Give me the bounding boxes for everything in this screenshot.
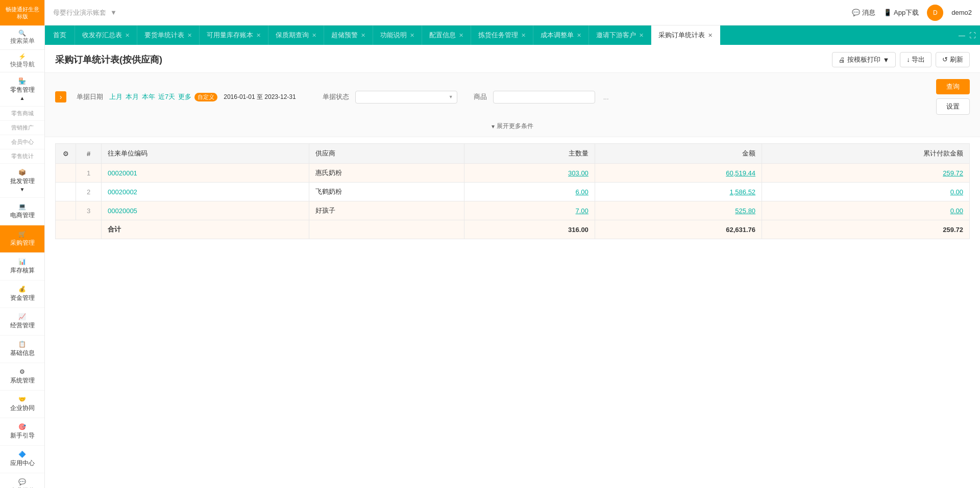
row-amount[interactable]: 1,586.52 xyxy=(595,183,762,201)
tab-item-11[interactable]: 采购订单统计表 ✕ xyxy=(651,25,720,45)
close-icon[interactable]: ✕ xyxy=(256,32,261,39)
sidebar-item-retail-shop[interactable]: 零售商城 xyxy=(0,107,44,121)
sidebar-item-collab[interactable]: 🤝 企业协同 xyxy=(0,391,44,418)
sidebar-item-label: 基础信息 xyxy=(10,349,35,357)
row-settings xyxy=(56,183,76,201)
close-icon[interactable]: ✕ xyxy=(577,32,581,39)
print-dropdown-icon[interactable]: ▼ xyxy=(883,56,889,64)
sidebar-item-quick-nav[interactable]: ⚡ 快捷导航 xyxy=(0,50,44,72)
sidebar-item-system[interactable]: ⚙ 系统管理 xyxy=(0,363,44,391)
filter-toggle-button[interactable]: › xyxy=(55,91,66,102)
shortcut-7days[interactable]: 近7天 xyxy=(158,92,175,101)
footer-label: 合计 xyxy=(102,220,309,239)
shortcut-last-month[interactable]: 上月 xyxy=(109,92,122,101)
sidebar-item-purchase-mgmt[interactable]: 🛒 采购管理 xyxy=(0,225,44,253)
sidebar-item-finance[interactable]: 💰 资金管理 xyxy=(0,280,44,308)
row-amount[interactable]: 525.80 xyxy=(595,201,762,220)
settings-button[interactable]: 设置 xyxy=(936,98,970,115)
row-code[interactable]: 00020001 xyxy=(102,164,309,183)
close-icon[interactable]: ✕ xyxy=(708,32,713,39)
collab-icon: 🤝 xyxy=(18,396,26,403)
sidebar-item-wholesale[interactable]: 📦 批发管理 ▼ xyxy=(0,164,44,198)
query-button[interactable]: 查询 xyxy=(936,79,970,94)
sidebar-item-ecommerce[interactable]: 💻 电商管理 xyxy=(0,198,44,225)
close-icon[interactable]: ✕ xyxy=(639,32,644,39)
tab-item-4[interactable]: 保质期查询 ✕ xyxy=(268,25,324,45)
tab-label: 功能说明 xyxy=(380,31,407,40)
table-row[interactable]: 3 00020005 好孩子 7.00 525.80 0.00 xyxy=(56,201,970,220)
row-quantity[interactable]: 6.00 xyxy=(464,183,595,201)
sidebar-item-label: 经营管理 xyxy=(10,321,35,330)
sidebar-item-label: 新手引导 xyxy=(10,431,35,440)
sidebar-item-newbie[interactable]: 🎯 新手引导 xyxy=(0,418,44,446)
refresh-button[interactable]: ↺ 刷新 xyxy=(936,52,970,67)
close-icon[interactable]: ✕ xyxy=(312,32,316,39)
sidebar-item-wechat[interactable]: 💬 企业微信 xyxy=(0,473,44,488)
export-button[interactable]: ↓ 导出 xyxy=(900,52,932,67)
tab-item-10[interactable]: 邀请下游客户 ✕ xyxy=(589,25,651,45)
settings-icon[interactable]: ⚙ xyxy=(63,150,69,158)
dropdown-arrow-icon[interactable]: ▼ xyxy=(110,9,117,16)
page-content: 采购订单统计表(按供应商) 🖨 按模板打印 ▼ ↓ 导出 ↺ 刷新 xyxy=(45,45,980,488)
tab-item-3[interactable]: 可用量库存账本 ✕ xyxy=(200,25,268,45)
sidebar-item-retail-stats[interactable]: 零售统计 xyxy=(0,149,44,164)
row-settings xyxy=(56,201,76,220)
close-icon[interactable]: ✕ xyxy=(187,32,192,39)
goods-input[interactable] xyxy=(493,91,595,104)
date-range-display[interactable]: 2016-01-01 至 2023-12-31 xyxy=(224,93,296,101)
maximize-icon[interactable]: ⛶ xyxy=(969,32,976,39)
row-quantity[interactable]: 303.00 xyxy=(464,164,595,183)
sidebar-item-label: 会员中心 xyxy=(11,138,34,146)
row-paid[interactable]: 259.72 xyxy=(762,164,970,183)
close-icon[interactable]: ✕ xyxy=(410,32,414,39)
minimize-icon[interactable]: — xyxy=(959,32,965,39)
message-btn[interactable]: 💬 消息 xyxy=(852,8,875,17)
row-supplier: 好孩子 xyxy=(309,201,464,220)
sidebar-item-inventory[interactable]: 📊 库存核算 xyxy=(0,253,44,280)
close-icon[interactable]: ✕ xyxy=(521,32,526,39)
tab-item-8[interactable]: 拣货任务管理 ✕ xyxy=(471,25,533,45)
row-quantity[interactable]: 7.00 xyxy=(464,201,595,220)
avatar[interactable]: D xyxy=(927,5,943,21)
dropdown-label[interactable]: 母婴行业演示账套 xyxy=(53,8,106,17)
row-amount[interactable]: 60,519.44 xyxy=(595,164,762,183)
tab-item-1[interactable]: 收发存汇总表 ✕ xyxy=(75,25,137,45)
retail-icon: 🏪 xyxy=(18,78,26,85)
table-row[interactable]: 1 00020001 惠氏奶粉 303.00 60,519.44 259.72 xyxy=(56,164,970,183)
tab-label: 配置信息 xyxy=(429,31,456,40)
row-code[interactable]: 00020002 xyxy=(102,183,309,201)
sidebar-item-basic-info[interactable]: 📋 基础信息 xyxy=(0,336,44,363)
sidebar-item-operations[interactable]: 📈 经营管理 xyxy=(0,308,44,336)
table-row[interactable]: 2 00020002 飞鹤奶粉 6.00 1,586.52 0.00 xyxy=(56,183,970,201)
close-icon[interactable]: ✕ xyxy=(361,32,365,39)
col-settings[interactable]: ⚙ xyxy=(56,144,76,164)
row-settings xyxy=(56,164,76,183)
shortcut-this-year[interactable]: 本年 xyxy=(142,92,155,101)
tab-item-6[interactable]: 功能说明 ✕ xyxy=(373,25,422,45)
username[interactable]: demo2 xyxy=(951,9,972,16)
print-button[interactable]: 🖨 按模板打印 ▼ xyxy=(832,52,896,67)
tab-item-7[interactable]: 配置信息 ✕ xyxy=(422,25,471,45)
sidebar-item-retail-mgmt[interactable]: 🏪 零售管理 ▲ xyxy=(0,72,44,107)
status-select[interactable] xyxy=(355,91,457,104)
sidebar-item-search[interactable]: 🔍 搜索菜单 xyxy=(0,25,44,50)
tab-item-2[interactable]: 要货单统计表 ✕ xyxy=(137,25,200,45)
expand-more-btn[interactable]: ▾ 展开更多条件 xyxy=(55,119,970,131)
close-icon[interactable]: ✕ xyxy=(459,32,463,39)
col-code: 往来单位编码 xyxy=(102,144,309,164)
shortcut-this-month[interactable]: 本月 xyxy=(126,92,139,101)
close-icon[interactable]: ✕ xyxy=(125,32,130,39)
tab-item-5[interactable]: 超储预警 ✕ xyxy=(324,25,373,45)
app-download-btn[interactable]: 📱 App下载 xyxy=(884,8,919,17)
sidebar-item-member-center[interactable]: 会员中心 xyxy=(0,135,44,149)
row-code[interactable]: 00020005 xyxy=(102,201,309,220)
shortcut-more[interactable]: 更多 xyxy=(178,92,191,101)
tab-home[interactable]: 首页 xyxy=(45,25,75,45)
row-paid[interactable]: 0.00 xyxy=(762,183,970,201)
tab-item-9[interactable]: 成本调整单 ✕ xyxy=(533,25,589,45)
row-paid[interactable]: 0.00 xyxy=(762,201,970,220)
custom-badge[interactable]: 自定义 xyxy=(194,93,217,101)
goods-more-icon[interactable]: ... xyxy=(601,93,611,101)
sidebar-item-app-center[interactable]: 🔷 应用中心 xyxy=(0,446,44,473)
sidebar-item-marketing[interactable]: 营销推广 xyxy=(0,121,44,135)
